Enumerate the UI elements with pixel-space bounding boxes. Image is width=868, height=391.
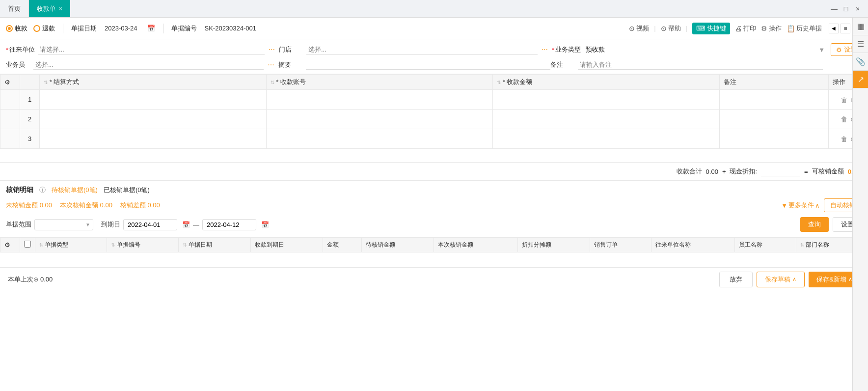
settings-table-icon: ⚙ — [4, 79, 10, 86]
tab-close-icon[interactable]: × — [59, 5, 62, 12]
close-button[interactable]: × — [853, 4, 862, 13]
discount-input[interactable] — [761, 167, 800, 176]
verify-tab-pending[interactable]: 待核销单据(0笔) — [52, 186, 98, 195]
minimize-button[interactable]: — — [830, 4, 839, 13]
abandon-button[interactable]: 放弃 — [719, 272, 753, 287]
salesman-more-icon[interactable]: ··· — [268, 60, 274, 69]
tab-current[interactable]: 收款单 × — [29, 0, 70, 17]
total-label: 收款合计 — [677, 167, 702, 176]
chevron-up-icon: ∧ — [815, 202, 820, 209]
more-conditions-button[interactable]: ▼ 更多条件 ∧ — [781, 201, 820, 210]
video-button[interactable]: ⊙ 视频 — [629, 24, 649, 33]
tab-current-label: 收款单 — [37, 4, 56, 13]
number-value: SK-20230324-001 — [205, 25, 257, 32]
bill-value: 0.00 — [40, 276, 53, 283]
bottom-bar: 本单上次⊙ 0.00 放弃 保存草稿 ∧ 保存&新增 ∧ — [0, 267, 868, 291]
bill-range-select[interactable] — [34, 219, 93, 230]
print-button[interactable]: 🖨 打印 — [735, 24, 756, 33]
verify-title: 核销明细 — [6, 186, 33, 195]
help-button[interactable]: ⊙ 帮助 — [661, 24, 681, 33]
shop-input[interactable] — [306, 45, 538, 55]
second-th-11: 往来单位名称 — [651, 238, 734, 252]
receipt-amount-cell[interactable] — [493, 90, 720, 110]
table-row: 1 🗑 ⊕ — [0, 90, 868, 110]
due-date-from-input[interactable] — [123, 219, 177, 230]
shop-more-icon[interactable]: ··· — [542, 45, 548, 54]
settlement-method-cell[interactable] — [40, 90, 267, 110]
query-button[interactable]: 查询 — [800, 217, 829, 232]
history-button[interactable]: 📋 历史单据 — [787, 24, 822, 33]
date-label: 单据日期 — [71, 24, 97, 33]
save-draft-button[interactable]: 保存草稿 ∧ — [757, 272, 805, 287]
sidebar-expand-icon[interactable]: ↗ — [853, 71, 868, 88]
bill-label: 本单上次⊙ — [8, 275, 38, 284]
settlement-method-cell[interactable] — [40, 110, 267, 129]
second-settings-icon[interactable]: ⚙ — [4, 241, 10, 249]
second-table-empty-row — [0, 252, 868, 267]
receipt-amount-cell[interactable] — [493, 129, 720, 149]
row-num-cell: 2 — [20, 110, 40, 129]
cal-icon-1[interactable]: 📅 — [182, 221, 190, 228]
cal-icon-2[interactable]: 📅 — [261, 221, 269, 228]
delete-icon[interactable]: 🗑 — [841, 96, 847, 104]
table-row: 3 🗑 ⊕ — [0, 129, 868, 149]
list-view-icon[interactable]: ≡ — [841, 24, 850, 33]
verify-tab-done[interactable]: 已核销单据(0笔) — [104, 186, 150, 195]
remark-input[interactable] — [578, 60, 823, 70]
shortcut-button[interactable]: ⌨ 快捷键 — [692, 23, 730, 34]
plus-sign: + — [722, 168, 726, 175]
toolbar-right: ⊙ 视频 | ⊙ 帮助 | ⌨ 快捷键 🖨 打印 ⚙ 操作 📋 — [629, 23, 862, 34]
receipt-account-cell[interactable] — [266, 129, 493, 149]
due-date-to-input[interactable] — [202, 219, 256, 230]
bill-range-field: 单据范围 ▼ — [6, 219, 93, 230]
delete-icon[interactable]: 🗑 — [841, 115, 847, 123]
verify-info-icon[interactable]: ⓘ — [39, 186, 46, 195]
salesman-input[interactable] — [33, 60, 264, 70]
required-star-1: * — [6, 46, 8, 54]
operation-button[interactable]: ⚙ 操作 — [761, 24, 782, 33]
radio-receive-label: 收款 — [15, 24, 27, 33]
row-settings-cell — [0, 110, 20, 129]
settlement-method-cell[interactable] — [40, 129, 267, 149]
discount-label: 现金折扣: — [730, 167, 757, 176]
sidebar-attachment-icon[interactable]: 📎 — [853, 53, 868, 71]
row-num-cell: 3 — [20, 129, 40, 149]
second-th-0[interactable]: ⚙ — [0, 238, 20, 252]
remark-cell[interactable] — [719, 129, 828, 149]
calendar-icon-1[interactable]: 📅 — [147, 25, 155, 32]
counterpart-more-icon[interactable]: ··· — [269, 45, 275, 54]
remark-label: 备注 — [550, 60, 575, 69]
remark-cell[interactable] — [719, 90, 828, 110]
radio-receive[interactable]: 收款 — [6, 24, 27, 33]
form-row-2: 业务员 ··· 摘要 备注 — [6, 60, 862, 70]
business-type-chevron[interactable]: ▼ — [818, 46, 825, 54]
receipt-account-cell[interactable] — [266, 90, 493, 110]
receipt-account-cell[interactable] — [266, 110, 493, 129]
main-container: 收款 退款 单据日期 2023-03-24 📅 单据编号 SK-20230324… — [0, 18, 868, 391]
sidebar-list-icon[interactable]: ☰ — [853, 35, 868, 53]
counterpart-input[interactable] — [38, 45, 265, 55]
form-row-1: * 往来单位 ··· 门店 ··· * 业务类型 预收款 ▼ ⚙ — [6, 43, 862, 56]
table-row: 2 🗑 ⊕ — [0, 110, 868, 129]
delete-icon[interactable]: 🗑 — [841, 135, 847, 143]
due-date-field: 到期日 📅 — 📅 — [101, 219, 269, 230]
sidebar-table-icon[interactable]: ▦ — [853, 18, 868, 35]
nav-left-icon[interactable]: ◀ — [829, 24, 839, 33]
restore-button[interactable]: □ — [841, 4, 850, 13]
second-th-1[interactable] — [20, 238, 35, 252]
radio-refund[interactable]: 退款 — [33, 24, 55, 33]
select-all-checkbox[interactable] — [24, 241, 31, 248]
second-th-8: 本次核销金额 — [434, 238, 517, 252]
current-amount-stat: 本次核销金额 0.00 — [60, 201, 112, 210]
tab-home[interactable]: 首页 — [0, 0, 29, 17]
counterpart-field: * 往来单位 ··· — [6, 45, 279, 55]
th-receipt-account: ⇅ * 收款账号 — [266, 75, 493, 90]
row-num-cell: 1 — [20, 90, 40, 110]
th-settings[interactable]: ⚙ — [0, 75, 20, 90]
shop-label: 门店 — [279, 45, 303, 54]
remark-cell[interactable] — [719, 110, 828, 129]
receipt-amount-cell[interactable] — [493, 110, 720, 129]
summary-input[interactable] — [306, 60, 551, 70]
video-label: 视频 — [636, 24, 649, 33]
summary-label: 摘要 — [278, 60, 303, 69]
